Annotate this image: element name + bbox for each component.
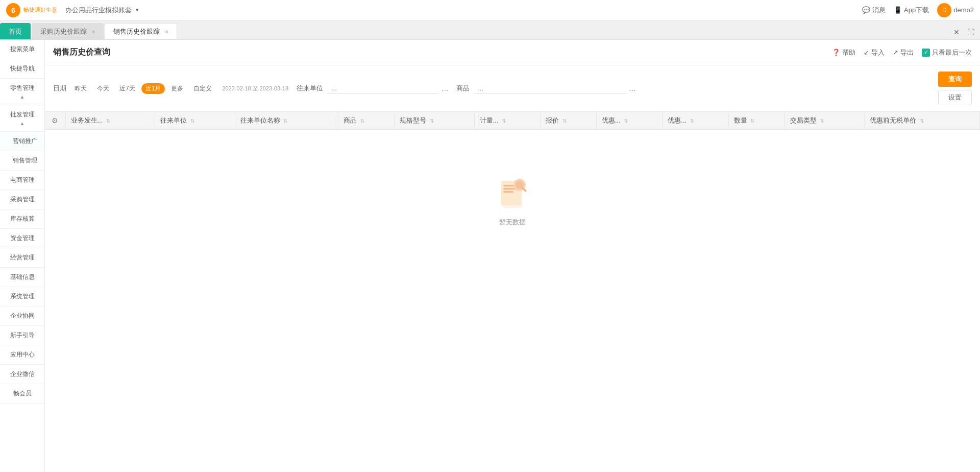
sidebar-item-purchase[interactable]: 采购管理 (0, 190, 44, 209)
username: demo2 (953, 6, 974, 14)
retail-label: 零售管理 (10, 84, 35, 92)
help-label: 帮助 (842, 48, 855, 57)
app-label: App下载 (904, 6, 929, 15)
basic-info-label: 基础信息 (10, 273, 35, 281)
sort-icon-partner-code: ⇅ (190, 118, 194, 124)
sidebar-item-system[interactable]: 系统管理 (0, 287, 44, 306)
sidebar-item-app-center[interactable]: 应用中心 (0, 345, 44, 365)
date-filter-label: 日期 (53, 84, 66, 93)
th-quantity[interactable]: 数量 ⇅ (728, 112, 785, 130)
product-input-picker[interactable]: ... (629, 84, 635, 93)
date-pill-yesterday[interactable]: 昨天 (70, 83, 91, 94)
sort-icon-quantity: ⇅ (750, 118, 754, 124)
date-pill-today[interactable]: 今天 (93, 83, 113, 94)
th-business-date[interactable]: 业务发生... ⇅ (65, 112, 155, 130)
date-filter-group: 日期 昨天 今天 近7天 近1月 更多 自定义 2023-02-18 至 202… (53, 83, 288, 94)
sidebar-item-sales-mgmt[interactable]: 销售管理 (0, 151, 44, 171)
sort-icon-product: ⇅ (360, 118, 364, 124)
ecommerce-label: 电商管理 (10, 176, 35, 184)
top-bar-left: 6 畅捷通好生意 办公用品行业模拟账套 ▾ (6, 3, 139, 17)
th-discount1[interactable]: 优惠... ⇅ (596, 112, 662, 130)
th-partner-code[interactable]: 往来单位 ⇅ (155, 112, 235, 130)
query-button[interactable]: 查询 (938, 72, 972, 87)
search-menu-label: 搜索菜单 (10, 45, 35, 54)
dropdown-icon[interactable]: ▾ (136, 7, 139, 13)
table-header: ⚙ 业务发生... ⇅ 往来单位 ⇅ 往来单位名称 ⇅ (45, 112, 980, 130)
help-icon: ❓ (832, 49, 840, 56)
retail-arrow: ▲ (20, 94, 25, 100)
sidebar-item-enterprise-collab[interactable]: 企业协同 (0, 306, 44, 326)
logo-char: 6 (11, 6, 15, 14)
date-pill-7days[interactable]: 近7天 (115, 83, 139, 94)
date-pill-1month[interactable]: 近1月 (141, 83, 165, 94)
sort-icon-price: ⇅ (562, 118, 567, 124)
date-pill-custom[interactable]: 自定义 (189, 83, 216, 94)
partner-input[interactable] (327, 83, 439, 93)
settings-button[interactable]: 设置 (938, 90, 972, 105)
sort-icon-spec: ⇅ (430, 118, 434, 124)
th-partner-name[interactable]: 往来单位名称 ⇅ (235, 112, 338, 130)
app-center-label: 应用中心 (10, 350, 35, 359)
tab-purchase-history[interactable]: 采购历史价跟踪 × (32, 23, 104, 39)
sort-icon-unit: ⇅ (502, 118, 506, 124)
sidebar-item-business[interactable]: 经营管理 (0, 248, 44, 268)
top-bar-title: 办公用品行业模拟账套 (65, 6, 132, 15)
tab-purchase-close[interactable]: × (92, 29, 95, 35)
close-all-tabs-button[interactable]: ✕ (951, 27, 962, 37)
sidebar-item-ecommerce[interactable]: 电商管理 (0, 171, 44, 190)
sidebar-item-finance[interactable]: 资金管理 (0, 229, 44, 248)
app-icon: 📱 (894, 6, 902, 14)
product-filter-input: ... (474, 83, 635, 93)
tab-bar-actions: ✕ ⛶ (951, 27, 980, 39)
app-download-button[interactable]: 📱 App下载 (894, 6, 929, 15)
sidebar-item-inventory[interactable]: 库存核算 (0, 209, 44, 229)
tab-home-label: 首页 (9, 27, 22, 36)
date-pills: 昨天 今天 近7天 近1月 更多 自定义 (70, 83, 216, 94)
sidebar-item-wholesale[interactable]: 批发管理 ▲ (0, 105, 44, 132)
th-settings[interactable]: ⚙ (45, 112, 65, 130)
sidebar-item-marketing[interactable]: 营销推广 (0, 132, 44, 151)
th-price[interactable]: 报价 ⇅ (540, 112, 596, 130)
only-last-checkbox[interactable]: ✓ 只看最后一次 (922, 48, 972, 57)
date-pill-more[interactable]: 更多 (167, 83, 187, 94)
page-header: 销售历史价查询 ❓ 帮助 ↙ 导入 ↗ 导出 ✓ 只看最后一次 (45, 40, 980, 65)
sidebar-item-member[interactable]: 畅会员 (0, 384, 44, 404)
gear-icon[interactable]: ⚙ (52, 116, 58, 125)
th-spec[interactable]: 规格型号 ⇅ (395, 112, 474, 130)
user-menu[interactable]: D demo2 (937, 3, 974, 17)
th-discount2[interactable]: 优惠... ⇅ (663, 112, 728, 130)
wholesale-label: 批发管理 (10, 110, 35, 119)
empty-illustration (492, 171, 533, 211)
logo-icon: 6 (6, 3, 20, 17)
export-button[interactable]: ↗ 导出 (893, 48, 914, 57)
sort-icon-business-date: ⇅ (106, 118, 110, 124)
th-transaction-type[interactable]: 交易类型 ⇅ (785, 112, 864, 130)
tab-sales-close[interactable]: × (165, 29, 168, 35)
sidebar-item-basic-info[interactable]: 基础信息 (0, 268, 44, 287)
th-pre-discount-price[interactable]: 优惠前无税单价 ⇅ (864, 112, 979, 130)
product-input[interactable] (474, 83, 627, 93)
marketing-label: 营销推广 (13, 137, 37, 146)
help-button[interactable]: ❓ 帮助 (832, 48, 855, 57)
tab-purchase-label: 采购历史价跟踪 (40, 27, 87, 36)
partner-input-picker[interactable]: ... (442, 84, 448, 93)
tab-bar: 首页 采购历史价跟踪 × 销售历史价跟踪 × ✕ ⛶ (0, 20, 980, 40)
content-area: 销售历史价查询 ❓ 帮助 ↙ 导入 ↗ 导出 ✓ 只看最后一次 (45, 40, 980, 472)
enterprise-collab-label: 企业协同 (10, 312, 35, 320)
maximize-button[interactable]: ⛶ (966, 27, 976, 37)
sidebar-item-retail[interactable]: 零售管理 ▲ (0, 79, 44, 105)
import-icon: ↙ (864, 49, 869, 56)
import-button[interactable]: ↙ 导入 (864, 48, 885, 57)
th-unit[interactable]: 计量... ⇅ (474, 112, 540, 130)
message-button[interactable]: 💬 消息 (862, 6, 886, 15)
sidebar-item-search[interactable]: 搜索菜单 (0, 40, 44, 59)
sidebar-item-quick-nav[interactable]: 快捷导航 (0, 59, 44, 79)
tab-sales-history[interactable]: 销售历史价跟踪 × (105, 23, 177, 39)
sidebar-item-enterprise-wechat[interactable]: 企业微信 (0, 365, 44, 384)
sales-mgmt-label: 销售管理 (13, 156, 37, 165)
sidebar-item-new-guide[interactable]: 新手引导 (0, 326, 44, 345)
partner-filter-input: ... (327, 83, 448, 93)
tab-home[interactable]: 首页 (0, 23, 31, 39)
th-product[interactable]: 商品 ⇅ (338, 112, 395, 130)
sort-icon-partner-name: ⇅ (283, 118, 287, 124)
